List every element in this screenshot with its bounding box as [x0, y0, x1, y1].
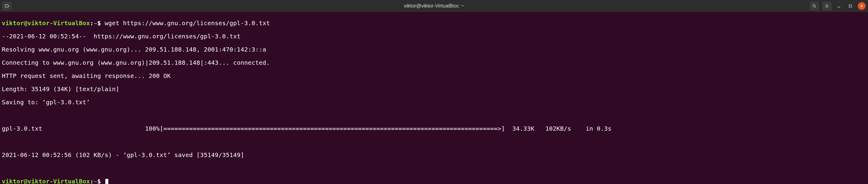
new-tab-icon	[4, 4, 9, 8]
output-line-5: Length: 35149 (34K) [text/plain]	[2, 86, 866, 92]
search-button[interactable]	[810, 2, 819, 10]
terminal-body[interactable]: viktor@viktor-VirtualBox:~$ wget https:/…	[0, 12, 868, 184]
final-line: 2021-06-12 00:52:56 (102 KB/s) - ‘gpl-3.…	[2, 152, 866, 158]
command-value: wget https://www.gnu.org/licenses/gpl-3.…	[105, 20, 270, 27]
output-line-3: Connecting to www.gnu.org (www.gnu.org)|…	[2, 59, 866, 66]
prompt-symbol-2: $	[97, 178, 101, 184]
prompt-path: ~	[94, 20, 97, 27]
progress-percent: 100%	[145, 125, 160, 132]
menu-button[interactable]	[823, 2, 831, 10]
minimize-icon	[837, 4, 841, 8]
progress-line: gpl-3.0.txt 100%[=======================…	[2, 125, 866, 132]
svg-rect-7	[849, 5, 851, 7]
cursor	[105, 179, 108, 184]
prompt-line-1: viktor@viktor-VirtualBox:~$ wget https:/…	[2, 20, 866, 26]
prompt-separator-2: :	[90, 178, 94, 184]
maximize-button[interactable]	[846, 2, 854, 10]
output-line-2: Resolving www.gnu.org (www.gnu.org)... 2…	[2, 46, 866, 53]
search-icon	[812, 4, 816, 8]
prompt-symbol: $	[97, 20, 101, 27]
prompt-user-host-2: viktor@viktor-VirtualBox	[2, 178, 90, 184]
prompt-separator: :	[90, 20, 94, 27]
close-icon	[860, 4, 864, 8]
svg-point-1	[813, 4, 815, 7]
minimize-button[interactable]	[835, 2, 843, 10]
progress-filename: gpl-3.0.txt	[2, 125, 42, 132]
blank-line-1	[2, 112, 866, 119]
svg-line-2	[815, 7, 816, 7]
titlebar-left	[2, 2, 11, 10]
output-line-6: Saving to: ‘gpl-3.0.txt’	[2, 99, 866, 106]
titlebar-right	[810, 2, 866, 10]
hamburger-icon	[825, 4, 829, 8]
progress-size: 34.33K	[513, 125, 534, 132]
new-tab-button[interactable]	[2, 2, 11, 10]
progress-bar: [=======================================…	[160, 125, 505, 132]
svg-rect-0	[5, 4, 8, 7]
window-title: viktor@viktor-VirtualBox: ~	[404, 3, 464, 9]
maximize-icon	[848, 4, 852, 8]
command-text: wget https://www.gnu.org/licenses/gpl-3.…	[101, 20, 270, 27]
prompt-line-2: viktor@viktor-VirtualBox:~$	[2, 178, 866, 184]
prompt-path-2: ~	[94, 178, 97, 184]
prompt-user-host: viktor@viktor-VirtualBox	[2, 20, 90, 27]
progress-time: in 0.3s	[586, 125, 612, 132]
titlebar: viktor@viktor-VirtualBox: ~	[0, 0, 868, 12]
output-line-4: HTTP request sent, awaiting response... …	[2, 73, 866, 79]
output-line-1: --2021-06-12 00:52:54-- https://www.gnu.…	[2, 33, 866, 40]
blank-line-2	[2, 139, 866, 145]
close-button[interactable]	[858, 2, 866, 10]
progress-speed: 102KB/s	[546, 125, 571, 132]
blank-line-3	[2, 165, 866, 172]
